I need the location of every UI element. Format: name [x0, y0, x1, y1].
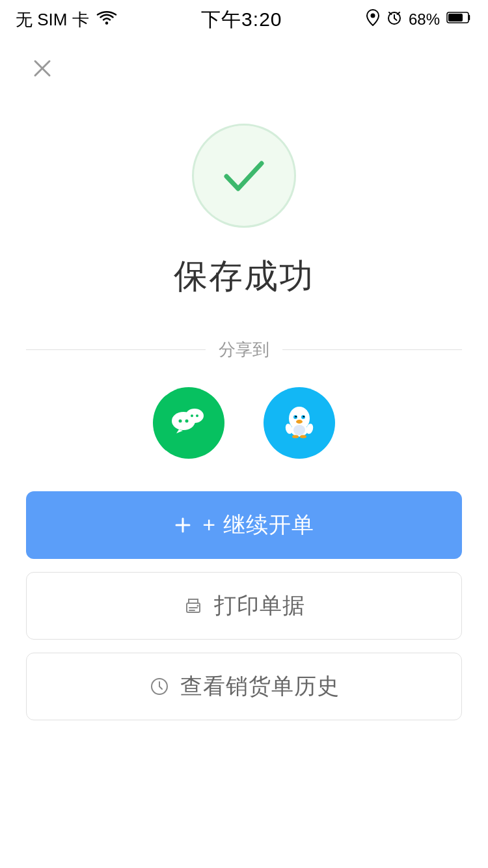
battery-icon — [446, 10, 472, 29]
close-button[interactable] — [26, 52, 59, 85]
svg-point-10 — [196, 414, 198, 417]
svg-point-15 — [303, 416, 305, 418]
success-title: 保存成功 — [174, 254, 314, 299]
svg-point-18 — [293, 425, 305, 435]
svg-point-26 — [197, 605, 199, 607]
history-label: 查看销货单历史 — [180, 671, 340, 701]
share-section: 分享到 — [26, 338, 462, 459]
alarm-icon — [386, 9, 402, 30]
svg-point-1 — [370, 14, 375, 18]
success-icon — [192, 124, 296, 228]
status-bar: 无 SIM 卡 下午3:20 — [0, 0, 488, 39]
status-right: 68% — [366, 9, 472, 30]
share-divider: 分享到 — [26, 338, 462, 361]
print-icon — [183, 595, 204, 616]
carrier-text: 无 SIM 卡 — [16, 8, 89, 31]
history-icon — [149, 676, 170, 697]
svg-point-7 — [179, 420, 182, 423]
wifi-icon — [96, 10, 118, 30]
share-wechat-button[interactable] — [153, 387, 224, 459]
svg-point-8 — [185, 420, 189, 423]
plus-icon — [174, 516, 192, 534]
action-buttons: + 继续开单 打印单据 查看销货单历史 — [26, 491, 462, 720]
divider-line-right — [282, 349, 462, 350]
svg-point-9 — [191, 414, 193, 417]
divider-line-left — [26, 349, 206, 350]
svg-rect-25 — [189, 610, 195, 611]
svg-point-19 — [292, 435, 299, 439]
history-button[interactable]: 查看销货单历史 — [26, 653, 462, 720]
print-button[interactable]: 打印单据 — [26, 572, 462, 640]
svg-point-20 — [300, 435, 306, 439]
battery-text: 68% — [409, 10, 440, 29]
svg-point-16 — [296, 420, 303, 424]
location-icon — [366, 9, 380, 30]
status-carrier: 无 SIM 卡 — [16, 8, 118, 31]
share-icons — [26, 387, 462, 459]
continue-button[interactable]: + 继续开单 — [26, 491, 462, 559]
svg-point-14 — [295, 416, 297, 418]
page-content: 保存成功 分享到 — [0, 39, 488, 868]
print-label: 打印单据 — [214, 591, 305, 621]
svg-point-0 — [105, 21, 107, 24]
share-label: 分享到 — [219, 338, 269, 361]
status-time: 下午3:20 — [201, 7, 282, 33]
svg-rect-4 — [448, 14, 463, 21]
continue-label: + 继续开单 — [202, 510, 314, 540]
share-qq-button[interactable] — [264, 387, 335, 459]
svg-rect-24 — [189, 607, 198, 608]
